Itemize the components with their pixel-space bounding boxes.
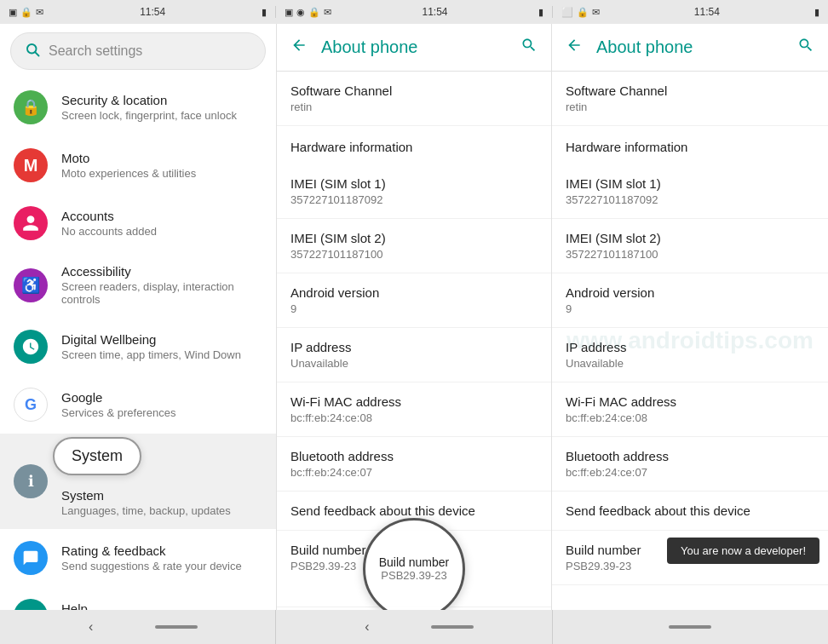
rating-title: Rating & feedback	[61, 543, 262, 558]
help-title: Help	[61, 601, 262, 610]
right-info-item-software-channel[interactable]: Software Channel retin	[552, 72, 828, 126]
right-info-item-bt[interactable]: Bluetooth address bc:ff:eb:24:ce:07	[552, 437, 828, 492]
google-icon: G	[14, 388, 48, 422]
info-item-bt-address[interactable]: Bluetooth address bc:ff:eb:24:ce:07	[277, 437, 551, 492]
nav-home-left[interactable]	[155, 625, 198, 629]
about-panel-middle: About phone Software Channel retin Hardw…	[277, 24, 552, 610]
digitalwellbeing-icon	[14, 330, 48, 364]
msg3-icon: ✉	[592, 7, 600, 18]
nav-home-middle[interactable]	[431, 625, 474, 629]
settings-item-accounts[interactable]: Accounts No accounts added	[0, 194, 276, 252]
right-info-item-build[interactable]: Build number PSB29.39-23 You are now a d…	[552, 531, 828, 585]
system-subtitle: Languages, time, backup, updates	[61, 504, 262, 517]
middle-status-icons: ▣ ◉ 🔒 ✉	[285, 7, 331, 18]
system-title: System	[61, 488, 262, 503]
search-bar[interactable]: Search settings	[10, 32, 266, 70]
nav-middle: ‹	[276, 610, 552, 644]
build-circle-title: Build number	[379, 555, 450, 569]
settings-item-digitalwellbeing[interactable]: Digital Wellbeing Screen time, app timer…	[0, 318, 276, 376]
accessibility-icon: ♿	[14, 268, 48, 302]
status-time-middle: 11:54	[422, 6, 447, 18]
status-time-right: 11:54	[694, 6, 720, 18]
settings-item-rating[interactable]: Rating & feedback Send suggestions & rat…	[0, 529, 276, 587]
google-subtitle: Services & preferences	[61, 406, 262, 419]
status-bar: ▣ 🔒 ✉ 11:54 ▮ ▣ ◉ 🔒 ✉ 11:54 ▮ ⬜ 🔒 ✉ 11:5…	[0, 0, 828, 24]
settings-item-moto[interactable]: M Moto Moto experiences & utilities	[0, 136, 276, 194]
right-info-item-ip[interactable]: IP address Unavailable	[552, 328, 828, 382]
right-panel-title: About phone	[596, 37, 784, 57]
lock3-icon: 🔒	[577, 7, 589, 18]
accessibility-title: Accessibility	[61, 264, 262, 279]
security-subtitle: Screen lock, fingerprint, face unlock	[61, 109, 262, 122]
accessibility-subtitle: Screen readers, display, interaction con…	[61, 280, 262, 306]
lock2-icon: 🔒	[308, 7, 320, 18]
battery-icon-left: ▮	[262, 7, 267, 18]
navigation-bar: ‹ ‹	[0, 610, 828, 644]
status-bar-right: ⬜ 🔒 ✉ 11:54 ▮	[553, 6, 828, 18]
developer-toast: You are now a developer!	[667, 538, 819, 564]
moto-title: Moto	[61, 151, 262, 165]
settings-item-system[interactable]: ℹ System System Languages, time, backup,…	[0, 434, 276, 529]
settings-item-security[interactable]: 🔒 Security & location Screen lock, finge…	[0, 78, 276, 136]
battery-icon-middle: ▮	[538, 7, 543, 18]
sim2-icon: ▣	[285, 7, 293, 18]
digitalwellbeing-subtitle: Screen time, app timers, Wind Down	[61, 348, 262, 361]
info-header-hardware: Hardware information	[277, 126, 551, 164]
middle-back-button[interactable]	[284, 30, 314, 66]
rating-subtitle: Send suggestions & rate your device	[61, 560, 262, 572]
nav-right	[553, 610, 828, 644]
settings-panel: Search settings 🔒 Security & location Sc…	[0, 24, 277, 610]
nav-left: ‹	[0, 610, 276, 644]
info-item-wifi-mac[interactable]: Wi-Fi MAC address bc:ff:eb:24:ce:08	[277, 382, 551, 437]
right-info-item-android[interactable]: Android version 9	[552, 273, 828, 328]
google-title: Google	[61, 390, 262, 405]
security-icon: 🔒	[14, 90, 48, 124]
search-placeholder: Search settings	[49, 43, 142, 59]
status-bar-middle: ▣ ◉ 🔒 ✉ 11:54 ▮	[276, 6, 552, 18]
nav-back-middle[interactable]: ‹	[354, 618, 380, 635]
build-circle-value: PSB29.39-23	[381, 569, 446, 582]
rating-icon	[14, 541, 48, 575]
info-item-android-version[interactable]: Android version 9	[277, 273, 551, 328]
nav-home-right[interactable]	[669, 625, 711, 629]
settings-list: 🔒 Security & location Screen lock, finge…	[0, 78, 276, 610]
accounts-subtitle: No accounts added	[61, 225, 262, 238]
right-panel-inner: Software Channel retin Hardware informat…	[552, 72, 828, 610]
info-item-imei1[interactable]: IMEI (SIM slot 1) 357227101187092	[277, 164, 551, 219]
status-time-left: 11:54	[140, 6, 165, 18]
right-info-header-hardware: Hardware information	[552, 126, 828, 164]
moto-icon: M	[14, 148, 48, 182]
info-item-software-channel[interactable]: Software Channel retin	[277, 72, 551, 126]
middle-search-button[interactable]	[514, 30, 544, 65]
info-item-build-number[interactable]: Build number PSB29.39-23 Build number PS…	[277, 531, 551, 607]
main-layout: Search settings 🔒 Security & location Sc…	[0, 24, 828, 610]
nav-back-left[interactable]: ‹	[78, 618, 104, 635]
accounts-title: Accounts	[61, 209, 262, 223]
left-status-icons: ▣ 🔒 ✉	[9, 7, 43, 18]
msg-icon: ✉	[36, 7, 43, 18]
moto-subtitle: Moto experiences & utilities	[61, 167, 262, 180]
info-item-ip[interactable]: IP address Unavailable	[277, 328, 551, 382]
right-status-icons: ⬜ 🔒 ✉	[561, 7, 600, 18]
settings-item-accessibility[interactable]: ♿ Accessibility Screen readers, display,…	[0, 252, 276, 318]
settings-item-help[interactable]: ? Help How-to & troubleshooting topics	[0, 587, 276, 610]
right-info-list: Software Channel retin Hardware informat…	[552, 72, 828, 585]
right-info-item-feedback[interactable]: Send feedback about this device	[552, 492, 828, 531]
right-info-item-imei1[interactable]: IMEI (SIM slot 1) 357227101187092	[552, 164, 828, 219]
about-panel-right: About phone Software Channel retin Hardw…	[552, 24, 828, 610]
right-info-item-imei2[interactable]: IMEI (SIM slot 2) 357227101187100	[552, 219, 828, 273]
lock-icon: 🔒	[20, 7, 32, 18]
help-icon: ?	[14, 599, 48, 610]
middle-panel-header: About phone	[277, 24, 551, 72]
system-tooltip-bubble: System	[53, 437, 141, 475]
digitalwellbeing-title: Digital Wellbeing	[61, 332, 262, 347]
right-info-item-wifi-mac[interactable]: Wi-Fi MAC address bc:ff:eb:24:ce:08	[552, 382, 828, 437]
settings-item-google[interactable]: G Google Services & preferences	[0, 376, 276, 434]
search-icon	[25, 42, 40, 60]
info-item-imei2[interactable]: IMEI (SIM slot 2) 357227101187100	[277, 219, 551, 273]
right-search-button[interactable]	[791, 30, 821, 65]
location-icon: ◉	[296, 7, 305, 18]
system-icon: ℹ	[14, 464, 48, 498]
right-back-button[interactable]	[559, 30, 589, 66]
sim-icon: ▣	[9, 7, 17, 18]
